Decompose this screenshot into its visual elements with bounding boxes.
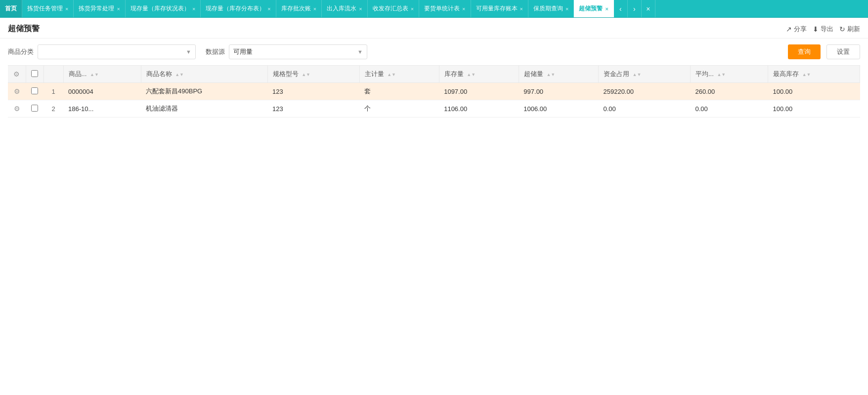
th-overstock[interactable]: 超储量 ▲▼ <box>519 66 598 83</box>
datasource-label: 数据源 <box>206 47 225 56</box>
row-product-name: 机油滤清器 <box>141 100 267 118</box>
table-header-row: ⚙ 商品... ▲▼ 商品名称 ▲▼ 规格型号 ▲▼ <box>8 66 860 83</box>
row-max-stock: 100.00 <box>768 100 860 118</box>
sort-icon: ▲▼ <box>467 72 476 77</box>
nav-arrow-left[interactable]: ‹ <box>614 0 628 18</box>
close-icon[interactable]: × <box>565 6 568 12</box>
close-icon[interactable]: × <box>520 6 523 12</box>
table-row: ⚙ 1 0000004 六配套新昌490BPG 123 套 1097.00 99… <box>8 83 860 100</box>
th-product-name[interactable]: 商品名称 ▲▼ <box>141 66 267 83</box>
row-checkbox[interactable] <box>31 87 38 94</box>
gear-icon[interactable]: ⚙ <box>13 70 20 78</box>
export-button[interactable]: ⬇ 导出 <box>813 25 833 34</box>
nav-batch-label: 库存批次账 <box>281 4 311 13</box>
sort-icon: ▲▼ <box>90 72 99 77</box>
refresh-icon: ↻ <box>839 25 845 33</box>
page-title: 超储预警 <box>8 24 40 34</box>
row-unit: 套 <box>359 83 439 100</box>
nav-item-batch-account[interactable]: 库存批次账 × <box>276 0 322 18</box>
row-spec: 123 <box>267 83 359 100</box>
th-stock[interactable]: 库存量 ▲▼ <box>439 66 519 83</box>
th-unit[interactable]: 主计量 ▲▼ <box>359 66 439 83</box>
table-body: ⚙ 1 0000004 六配套新昌490BPG 123 套 1097.00 99… <box>8 83 860 118</box>
close-icon[interactable]: × <box>462 6 465 12</box>
row-avg: 0.00 <box>690 100 768 118</box>
nav-inout-label: 出入库流水 <box>327 4 356 13</box>
chevron-down-icon: ▼ <box>357 49 363 55</box>
row-gear-cell[interactable]: ⚙ <box>8 100 26 118</box>
category-select[interactable]: ▼ <box>38 44 196 59</box>
th-capital[interactable]: 资金占用 ▲▼ <box>598 66 690 83</box>
row-stock: 1097.00 <box>439 83 519 100</box>
nav-item-inventory-status[interactable]: 现存量（库存状况表） × <box>126 0 201 18</box>
row-overstock: 997.00 <box>519 83 598 100</box>
row-stock: 1106.00 <box>439 100 519 118</box>
close-icon[interactable]: × <box>192 6 195 12</box>
nav-task-label: 拣货任务管理 <box>27 4 63 13</box>
overstock-table: ⚙ 商品... ▲▼ 商品名称 ▲▼ 规格型号 ▲▼ <box>8 65 860 118</box>
th-unit-label: 主计量 <box>365 70 384 78</box>
nav-item-task-mgmt[interactable]: 拣货任务管理 × <box>22 0 74 18</box>
row-checkbox[interactable] <box>31 105 38 112</box>
sort-icon: ▲▼ <box>633 72 642 77</box>
close-icon[interactable]: × <box>359 6 362 12</box>
nav-item-collect-summary[interactable]: 收发存汇总表 × <box>368 0 419 18</box>
row-gear-cell[interactable]: ⚙ <box>8 83 26 100</box>
row-capital: 0.00 <box>598 100 690 118</box>
nav-quality-label: 保质期查询 <box>533 4 563 13</box>
select-all-checkbox[interactable] <box>31 70 38 77</box>
sort-icon: ▲▼ <box>546 72 555 77</box>
nav-item-inventory-dist[interactable]: 现存量（库存分布表） × <box>201 0 276 18</box>
filter-area: 商品分类 ▼ 数据源 可用量 ▼ 查询 设置 <box>0 39 868 65</box>
export-label: 导出 <box>821 25 833 34</box>
checkbox-header[interactable] <box>26 66 43 83</box>
sort-icon: ▲▼ <box>387 72 396 77</box>
page-header: 超储预警 ↗ 分享 ⬇ 导出 ↻ 刷新 <box>0 18 868 39</box>
th-spec[interactable]: 规格型号 ▲▼ <box>267 66 359 83</box>
share-button[interactable]: ↗ 分享 <box>786 25 807 34</box>
th-max-stock[interactable]: 最高库存 ▲▼ <box>768 66 860 83</box>
nav-item-available-account[interactable]: 可用量库存账本 × <box>471 0 528 18</box>
row-checkbox-cell[interactable] <box>26 100 43 118</box>
gear-header[interactable]: ⚙ <box>8 66 26 83</box>
row-product-code: 0000004 <box>63 83 141 100</box>
th-row-num <box>43 66 63 83</box>
datasource-select[interactable]: 可用量 ▼ <box>229 44 367 59</box>
nav-arrow-right[interactable]: › <box>628 0 642 18</box>
nav-item-overstock-warning[interactable]: 超储预警 × <box>574 0 613 18</box>
nav-inv-dist-label: 现存量（库存分布表） <box>206 4 265 13</box>
nav-item-quality-check[interactable]: 保质期查询 × <box>528 0 574 18</box>
row-number: 1 <box>43 83 63 100</box>
th-avg-label: 平均... <box>695 70 714 78</box>
close-icon[interactable]: × <box>65 6 68 12</box>
chevron-down-icon: ▼ <box>186 49 191 55</box>
nav-item-order-stats[interactable]: 要货单统计表 × <box>419 0 471 18</box>
sort-icon: ▲▼ <box>802 72 811 77</box>
row-spec: 123 <box>267 100 359 118</box>
nav-item-inout-flow[interactable]: 出入库流水 × <box>322 0 367 18</box>
row-overstock: 1006.00 <box>519 100 598 118</box>
row-checkbox-cell[interactable] <box>26 83 43 100</box>
refresh-button[interactable]: ↻ 刷新 <box>839 25 860 34</box>
query-button[interactable]: 查询 <box>788 44 821 59</box>
category-filter: 商品分类 ▼ <box>8 44 196 59</box>
gear-icon[interactable]: ⚙ <box>14 105 20 113</box>
datasource-select-value: 可用量 <box>233 47 253 56</box>
category-label: 商品分类 <box>8 47 34 56</box>
close-icon[interactable]: × <box>313 6 316 12</box>
close-icon[interactable]: × <box>605 6 608 12</box>
row-number: 2 <box>43 100 63 118</box>
nav-item-home[interactable]: 首页 <box>0 0 22 18</box>
th-avg[interactable]: 平均... ▲▼ <box>690 66 768 83</box>
close-icon[interactable]: × <box>267 6 270 12</box>
nav-arrow-more[interactable]: × <box>642 0 655 18</box>
gear-icon[interactable]: ⚙ <box>14 87 20 95</box>
refresh-label: 刷新 <box>847 25 860 34</box>
datasource-filter: 数据源 可用量 ▼ <box>206 44 367 59</box>
settings-button[interactable]: 设置 <box>826 44 860 59</box>
th-product-code[interactable]: 商品... ▲▼ <box>63 66 141 83</box>
close-icon[interactable]: × <box>117 6 120 12</box>
nav-item-abnormal[interactable]: 拣货异常处理 × <box>74 0 125 18</box>
sort-icon: ▲▼ <box>717 72 726 77</box>
close-icon[interactable]: × <box>411 6 414 12</box>
